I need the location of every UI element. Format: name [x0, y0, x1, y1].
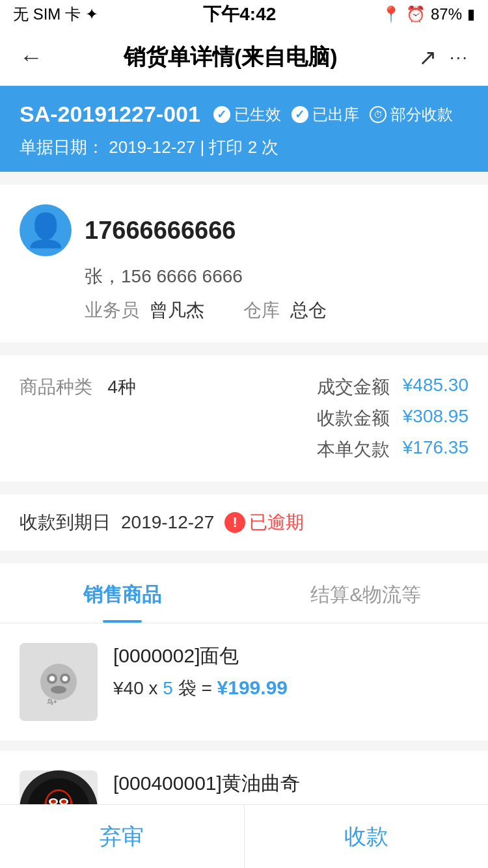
svg-point-3: [49, 676, 55, 681]
customer-name: 17666666666: [85, 217, 236, 245]
more-icon[interactable]: ···: [450, 47, 468, 68]
order-header: SA-20191227-001 ✓ 已生效 ✓ 已出库 ⏱ 部分收款 单据日期：…: [0, 86, 488, 172]
svg-point-4: [62, 676, 68, 681]
due-label: 本单欠款: [317, 437, 390, 462]
tab-products[interactable]: 销售商品: [0, 563, 244, 623]
alarm-icon: ⏰: [406, 5, 426, 23]
product-price-1: ¥40 x 5 袋 = ¥199.99: [113, 676, 468, 701]
order-date: 2019-12-27: [109, 137, 195, 157]
product-code-2: [000400001]: [113, 772, 222, 794]
qty-1: 5: [163, 678, 173, 698]
status-badges: ✓ 已生效 ✓ 已出库 ⏱ 部分收款: [213, 104, 453, 125]
warehouse: 仓库 总仓: [243, 298, 327, 323]
nav-bar: ← 销货单详情(来自电脑) ↗ ···: [0, 29, 488, 86]
person-icon: 👤: [25, 211, 66, 249]
equals-1: =: [201, 678, 217, 698]
product-title-1: 面包: [200, 645, 239, 666]
tabs-section: 销售商品 结算&物流等: [0, 563, 488, 623]
page-title: 销货单详情(来自电脑): [124, 42, 338, 72]
status-badge-2: ✓ 已出库: [291, 104, 359, 125]
battery-bar: ▮: [467, 6, 475, 23]
confirm-button[interactable]: 收款: [245, 805, 489, 868]
product-title-2: 黄油曲奇: [222, 772, 300, 794]
order-id: SA-20191227-001: [20, 102, 200, 127]
thumb-icon-1: 鸟+: [33, 656, 85, 708]
check-icon-1: ✓: [213, 106, 230, 123]
svg-point-5: [51, 686, 66, 694]
status-right: 📍 ⏰ 87% ▮: [381, 5, 475, 23]
status-label-1: 已生效: [234, 104, 281, 125]
amount-value: ¥485.30: [403, 375, 468, 400]
product-thumb-1: 鸟+: [20, 643, 98, 721]
amount-label: 成交金额: [317, 375, 390, 400]
overdue-badge: ! 已逾期: [224, 510, 304, 535]
thumb-placeholder-1: 鸟+: [20, 643, 98, 721]
order-date-row: 单据日期： 2019-12-27 | 打印 2 次: [20, 136, 468, 159]
status-left: 无 SIM 卡 ✦: [13, 4, 98, 25]
due-date-value: 2019-12-27: [121, 512, 214, 533]
received-row: 收款金额 ¥308.95: [317, 406, 468, 431]
date-label: 单据日期：: [20, 137, 104, 157]
received-value: ¥308.95: [403, 406, 468, 431]
customer-meta: 业务员 曾凡杰 仓库 总仓: [20, 298, 468, 323]
tabs-row: 销售商品 结算&物流等: [0, 563, 488, 623]
tab-logistics-label: 结算&物流等: [310, 584, 421, 605]
nav-actions: ↗ ···: [418, 44, 468, 70]
status-badge-1: ✓ 已生效: [213, 104, 281, 125]
battery-icon: 📍: [381, 5, 401, 23]
overdue-text: 已逾期: [249, 510, 304, 535]
check-icon-2: ✓: [291, 106, 308, 123]
customer-detail: 张，156 6666 6666: [20, 264, 468, 289]
svg-point-13: [51, 800, 56, 804]
cancel-button[interactable]: 弃审: [0, 805, 245, 868]
unit-1: 袋: [178, 678, 197, 698]
summary-right: 成交金额 ¥485.30 收款金额 ¥308.95 本单欠款 ¥176.35: [317, 375, 468, 462]
sales-rep: 业务员 曾凡杰: [85, 298, 204, 323]
share-icon[interactable]: ↗: [418, 44, 437, 70]
sim-status: 无 SIM 卡 ✦: [13, 4, 98, 25]
customer-row: 👤 17666666666: [20, 204, 468, 256]
status-label-2: 已出库: [312, 104, 359, 125]
svg-text:鸟+: 鸟+: [47, 698, 57, 705]
avatar: 👤: [20, 204, 72, 256]
category-label: 商品种类: [20, 377, 92, 397]
multiply-1: x: [149, 678, 163, 698]
received-label: 收款金额: [317, 406, 390, 431]
product-name-2: [000400001]黄油曲奇: [113, 770, 468, 797]
svg-point-0: [40, 664, 77, 700]
summary-left: 商品种类 4种: [20, 375, 136, 400]
due-date-label: 收款到期日: [20, 510, 111, 535]
status-time: 下午4:42: [203, 2, 276, 27]
overdue-icon: !: [224, 512, 245, 533]
unit-price-1: ¥40: [113, 678, 144, 698]
order-id-row: SA-20191227-001 ✓ 已生效 ✓ 已出库 ⏱ 部分收款: [20, 102, 468, 127]
print-info: | 打印 2 次: [200, 137, 278, 157]
total-1: ¥199.99: [217, 677, 288, 698]
due-row: 本单欠款 ¥176.35: [317, 437, 468, 462]
summary-section: 商品种类 4种 成交金额 ¥485.30 收款金额 ¥308.95 本单欠款 ¥…: [0, 355, 488, 481]
bottom-bar: 弃审 收款: [0, 804, 488, 868]
product-item: 鸟+ [0000002]面包 ¥40 x 5 袋 = ¥199.99: [0, 623, 488, 740]
warehouse-value: 总仓: [290, 300, 327, 320]
status-label-3: 部分收款: [390, 104, 453, 125]
warehouse-label: 仓库: [243, 300, 280, 320]
clock-icon: ⏱: [370, 106, 386, 123]
tab-products-label: 销售商品: [83, 584, 161, 605]
product-name-1: [0000002]面包: [113, 643, 468, 670]
status-badge-3: ⏱ 部分收款: [370, 104, 453, 125]
svg-point-14: [61, 800, 66, 804]
sales-rep-value: 曾凡杰: [150, 300, 204, 320]
due-section: 收款到期日 2019-12-27 ! 已逾期: [0, 495, 488, 550]
sales-rep-label: 业务员: [85, 300, 139, 320]
product-info-1: [0000002]面包 ¥40 x 5 袋 = ¥199.99: [113, 643, 468, 701]
customer-section: 👤 17666666666 张，156 6666 6666 业务员 曾凡杰 仓库…: [0, 185, 488, 342]
back-button[interactable]: ←: [20, 44, 43, 71]
battery-level: 87%: [431, 5, 462, 23]
amount-row: 成交金额 ¥485.30: [317, 375, 468, 400]
product-code-1: [0000002]: [113, 645, 200, 666]
category-count: 4种: [107, 377, 136, 397]
status-bar: 无 SIM 卡 ✦ 下午4:42 📍 ⏰ 87% ▮: [0, 0, 488, 29]
due-value: ¥176.35: [403, 437, 468, 462]
tab-logistics[interactable]: 结算&物流等: [244, 563, 488, 623]
